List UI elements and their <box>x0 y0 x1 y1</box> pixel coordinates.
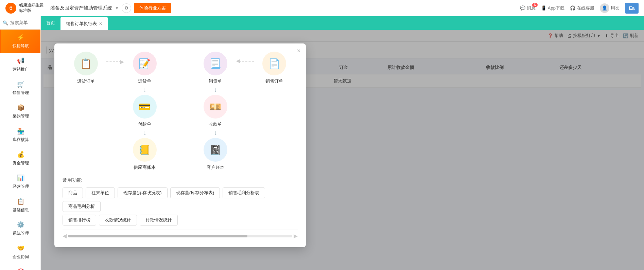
newbie-icon: 🎯 <box>17 268 24 270</box>
logo-text: 畅康通好生意 标准版 <box>19 3 43 13</box>
service-icon: 🎧 <box>570 5 575 11</box>
collab-icon: 🤝 <box>17 245 24 252</box>
sales-icon: 🛒 <box>17 80 24 88</box>
payment-bill-circle[interactable]: 💳 <box>133 95 157 119</box>
sidebar-item-basic[interactable]: 📋 基础信息 <box>0 194 40 217</box>
main-content: 首页 销售订单执行表 ✕ ❓ 帮助 🖨 按模板打印 ▼ ⬆ 导出 🔄 <box>41 16 644 270</box>
scroll-right-btn[interactable]: ▶ <box>294 233 298 239</box>
customer-account-circle[interactable]: 📓 <box>204 138 227 162</box>
func-btn-product-margin[interactable]: 商品毛利分析 <box>63 201 101 212</box>
app-download-button[interactable]: 📱 App下载 <box>541 5 564 11</box>
modal-scroll-area: ◀ ▶ <box>63 230 298 239</box>
download-icon: 📱 <box>541 5 546 11</box>
top-header: 6 畅康通好生意 标准版 装备及固定资产辅助管理系统 ▼ ⚙ 体验行业方案 💬 … <box>0 0 644 16</box>
dropdown-arrow-icon[interactable]: ▼ <box>115 6 119 11</box>
logo-icon: 6 <box>5 3 16 14</box>
message-icon: 💬 <box>520 5 525 11</box>
search-icon: 🔍 <box>3 20 8 25</box>
operation-icon: 📊 <box>17 174 24 182</box>
func-grid-row1: 商品 往来单位 现存量(库存状况表) 现存量(库存分布表) 销售毛利分析表 商品… <box>63 187 298 212</box>
sidebar-item-operation[interactable]: 📊 经营管理 <box>0 170 40 194</box>
sidebar: 🔍 搜索菜单 ⚡ 快捷导航 📢 营销推广 🛒 销售管理 📦 采购管理 🏪 库存核… <box>0 16 41 270</box>
common-functions: 常用功能 商品 往来单位 现存量(库存状况表) 现存量(库存分布表) 销售毛利分… <box>63 177 298 226</box>
system-icon: ⚙️ <box>17 221 24 229</box>
receipt-bill-circle[interactable]: 💴 <box>204 95 227 119</box>
marketing-icon: 📢 <box>17 57 24 65</box>
func-btn-partner[interactable]: 往来单位 <box>86 187 115 198</box>
scroll-left-btn[interactable]: ◀ <box>63 233 67 239</box>
modal-box: × 📋 进货订单 ▶ <box>54 43 306 247</box>
purchase-order-label: 进货订单 <box>77 78 95 84</box>
func-btn-sales-margin[interactable]: 销售毛利分析表 <box>223 187 265 198</box>
page-area: ❓ 帮助 🖨 按模板打印 ▼ ⬆ 导出 🔄 刷新 📅 单据状态 <box>41 30 644 270</box>
modal-overlay: × 📋 进货订单 ▶ <box>41 30 644 270</box>
system-title-text: 装备及固定资产辅助管理系统 <box>50 5 112 11</box>
func-btn-receipt-stats[interactable]: 收款情况统计 <box>99 215 137 226</box>
online-service-button[interactable]: 🎧 在线客服 <box>570 5 594 11</box>
tab-bar: 首页 销售订单执行表 ✕ <box>41 16 644 30</box>
sidebar-item-sales[interactable]: 🛒 销售管理 <box>0 76 40 100</box>
customer-account-label: 客户账本 <box>207 164 224 170</box>
sales-bill-circle[interactable]: 📃 <box>204 52 227 75</box>
payment-bill-label: 付款单 <box>138 121 151 127</box>
sidebar-search[interactable]: 🔍 搜索菜单 <box>0 16 40 30</box>
sales-bill-label: 销货单 <box>209 78 222 84</box>
purchase-bill-label: 进货单 <box>138 78 151 84</box>
sidebar-item-marketing[interactable]: 📢 营销推广 <box>0 53 40 76</box>
sales-order-circle[interactable]: 📄 <box>262 52 286 75</box>
supplier-account-label: 供应商账本 <box>134 164 156 170</box>
trial-button[interactable]: 体验行业方案 <box>134 3 171 13</box>
tab-sales-order-exec[interactable]: 销售订单执行表 ✕ <box>60 17 108 31</box>
scroll-track <box>68 235 292 237</box>
func-btn-payment-stats[interactable]: 付款情况统计 <box>140 215 178 226</box>
basic-icon: 📋 <box>17 198 24 205</box>
sidebar-item-purchase[interactable]: 📦 采购管理 <box>0 100 40 123</box>
func-btn-product[interactable]: 商品 <box>63 187 83 198</box>
inventory-icon: 🏪 <box>17 127 24 135</box>
tab-home[interactable]: 首页 <box>41 16 60 30</box>
func-btn-stock-status[interactable]: 现存量(库存状况表) <box>118 187 168 198</box>
header-right: 💬 消息 6 📱 App下载 🎧 在线客服 👤 用友 Ea <box>520 3 639 14</box>
quick-nav-icon: ⚡ <box>17 34 24 41</box>
supplier-account-circle[interactable]: 📒 <box>133 138 157 162</box>
sidebar-item-inventory[interactable]: 🏪 库存核算 <box>0 123 40 147</box>
receipt-bill-label: 收款单 <box>209 121 222 127</box>
common-title: 常用功能 <box>63 177 298 183</box>
finance-icon: 💰 <box>17 151 24 158</box>
gear-button[interactable]: ⚙ <box>122 3 131 13</box>
sales-order-label: 销售订单 <box>265 78 283 84</box>
message-button[interactable]: 💬 消息 6 <box>520 5 536 11</box>
user-avatar: 👤 <box>600 3 609 13</box>
ea-avatar: Ea <box>625 3 639 14</box>
purchase-bill-circle[interactable]: 📝 <box>133 52 157 75</box>
modal-close-button[interactable]: × <box>297 48 300 55</box>
sidebar-item-finance[interactable]: 💰 资金管理 <box>0 147 40 170</box>
sidebar-item-collab[interactable]: 🤝 企业协同 <box>0 240 40 264</box>
message-badge: 6 <box>532 3 538 7</box>
func-btn-sales-ranking[interactable]: 销售排行榜 <box>63 215 96 226</box>
scroll-thumb <box>68 235 247 237</box>
user-menu[interactable]: 👤 用友 <box>600 3 620 13</box>
sidebar-item-system[interactable]: ⚙️ 系统管理 <box>0 217 40 240</box>
purchase-order-circle[interactable]: 📋 <box>74 52 98 75</box>
tab-close-icon[interactable]: ✕ <box>99 21 102 26</box>
system-title-area: 装备及固定资产辅助管理系统 ▼ ⚙ 体验行业方案 <box>46 3 520 13</box>
func-grid-row2: 销售排行榜 收款情况统计 付款情况统计 <box>63 215 298 226</box>
sidebar-item-quick-nav[interactable]: ⚡ 快捷导航 <box>0 30 40 53</box>
func-btn-stock-dist[interactable]: 现存量(库存分布表) <box>170 187 220 198</box>
sidebar-item-newbie[interactable]: 🎯 新手引导 <box>0 264 40 270</box>
logo-area: 6 畅康通好生意 标准版 <box>5 3 46 14</box>
purchase-icon: 📦 <box>17 104 24 111</box>
